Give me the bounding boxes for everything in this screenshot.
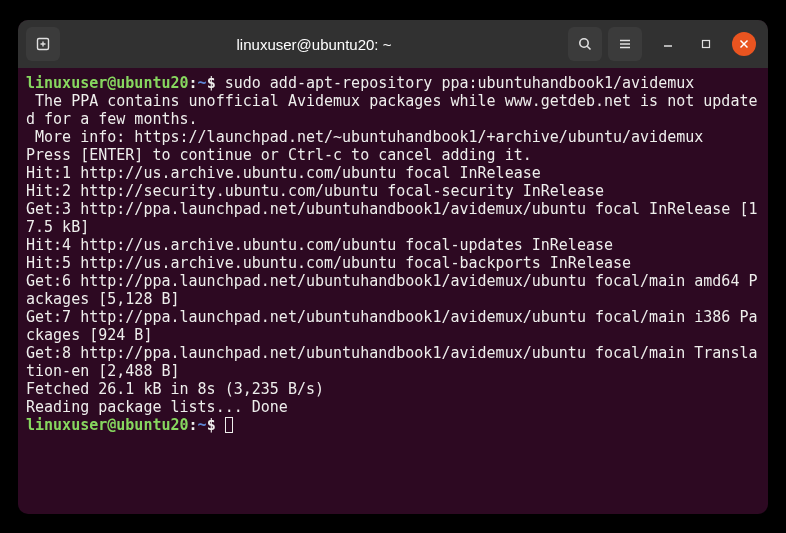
output-line: Get:7 http://ppa.launchpad.net/ubuntuhan… (26, 308, 760, 344)
output-line: Hit:4 http://us.archive.ubuntu.com/ubunt… (26, 236, 760, 254)
output-line: Hit:2 http://security.ubuntu.com/ubuntu … (26, 182, 760, 200)
output-line: Get:3 http://ppa.launchpad.net/ubuntuhan… (26, 200, 760, 236)
prompt-symbol: $ (207, 416, 216, 434)
minimize-button[interactable] (656, 32, 680, 56)
svg-line-4 (587, 46, 590, 49)
output-line: Reading package lists... Done (26, 398, 760, 416)
output-line: More info: https://launchpad.net/~ubuntu… (26, 128, 760, 146)
titlebar: linuxuser@ubuntu20: ~ (18, 20, 768, 68)
prompt-user: linuxuser@ubuntu20 (26, 74, 189, 92)
terminal-content[interactable]: linuxuser@ubuntu20:~$ sudo add-apt-repos… (18, 68, 768, 440)
output-line: Get:6 http://ppa.launchpad.net/ubuntuhan… (26, 272, 760, 308)
svg-rect-9 (703, 41, 710, 48)
output-line: Hit:5 http://us.archive.ubuntu.com/ubunt… (26, 254, 760, 272)
close-button[interactable] (732, 32, 756, 56)
output-line: Fetched 26.1 kB in 8s (3,235 B/s) (26, 380, 760, 398)
search-button[interactable] (568, 27, 602, 61)
window-title: linuxuser@ubuntu20: ~ (66, 36, 562, 53)
new-tab-button[interactable] (26, 27, 60, 61)
prompt-path: ~ (198, 74, 207, 92)
output-line: Hit:1 http://us.archive.ubuntu.com/ubunt… (26, 164, 760, 182)
output-line: Press [ENTER] to continue or Ctrl-c to c… (26, 146, 760, 164)
menu-button[interactable] (608, 27, 642, 61)
terminal-window: linuxuser@ubuntu20: ~ (18, 20, 768, 514)
prompt-path: ~ (198, 416, 207, 434)
output-line: Get:8 http://ppa.launchpad.net/ubuntuhan… (26, 344, 760, 380)
prompt-symbol: $ (207, 74, 216, 92)
cursor-icon (225, 417, 233, 433)
maximize-button[interactable] (694, 32, 718, 56)
svg-point-3 (580, 39, 588, 47)
prompt-user: linuxuser@ubuntu20 (26, 416, 189, 434)
window-controls (656, 32, 756, 56)
output-line: The PPA contains unofficial Avidemux pac… (26, 92, 760, 128)
command-text: sudo add-apt-repository ppa:ubuntuhandbo… (225, 74, 695, 92)
